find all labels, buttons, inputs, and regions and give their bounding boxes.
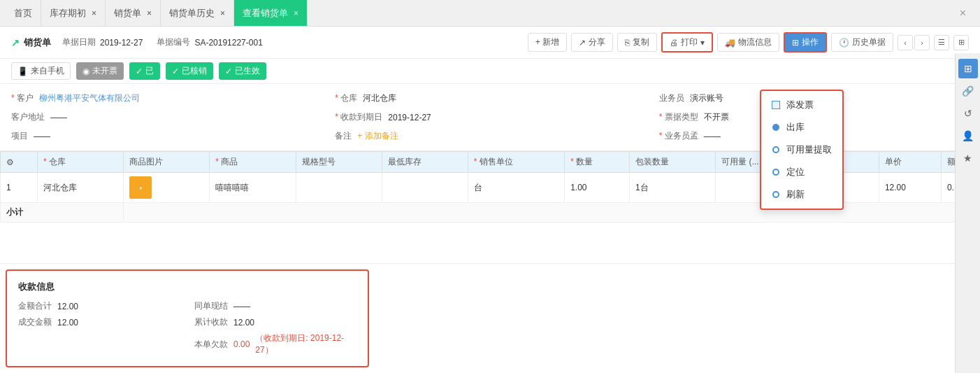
cell-num: 1 bbox=[1, 173, 38, 203]
col-spec: 规格型号 bbox=[296, 152, 382, 173]
tab-history[interactable]: 销货单历史 × bbox=[161, 0, 234, 26]
outbound-icon bbox=[771, 122, 781, 132]
tab-inventory[interactable]: 库存期初 × bbox=[41, 0, 106, 26]
total-value: 12.00 bbox=[57, 302, 78, 311]
balance-value: 0.00 bbox=[233, 339, 250, 349]
note-label: 备注 bbox=[335, 130, 352, 142]
operation-icon: ⊞ bbox=[792, 38, 799, 48]
sidebar-refresh-icon[interactable]: ↺ bbox=[958, 104, 978, 123]
product-image: ▪ bbox=[129, 176, 152, 199]
not-open-button[interactable]: ◉ 未开票 bbox=[76, 62, 124, 80]
balance-row: 本单欠款 0.00 （收款到期日: 2019-12-27） bbox=[194, 332, 356, 356]
tab-home[interactable]: 首页 bbox=[6, 0, 41, 26]
dropdown-outbound[interactable]: 出库 bbox=[761, 116, 842, 139]
customer-label: 客户 bbox=[11, 92, 34, 104]
prev-arrow[interactable]: ‹ bbox=[898, 35, 913, 50]
payment-info: 收款信息 金额合计 12.00 同单现结 —— 成交金额 12.00 累计收款 … bbox=[6, 269, 369, 367]
next-arrow[interactable]: › bbox=[914, 35, 930, 50]
tab-view[interactable]: 查看销货单 × bbox=[234, 0, 308, 26]
available-qty-icon bbox=[771, 145, 781, 155]
doc-number-item: 单据编号 SA-20191227-001 bbox=[157, 36, 262, 48]
warehouse-value: 河北仓库 bbox=[363, 92, 396, 104]
col-warehouse: 仓库 bbox=[38, 152, 124, 173]
address-label: 客户地址 bbox=[11, 111, 45, 123]
doc-date-value: 2019-12-27 bbox=[100, 38, 143, 48]
salesperson-value: —— bbox=[704, 132, 721, 141]
doc-type-label: 销货单 bbox=[24, 36, 51, 49]
cell-warehouse: 河北仓库 bbox=[38, 173, 124, 203]
from-phone-button[interactable]: 📱 来自手机 bbox=[11, 62, 71, 80]
share-button[interactable]: ↗ 分享 bbox=[571, 33, 613, 52]
sidebar-star-icon[interactable]: ★ bbox=[958, 148, 978, 168]
deal-label: 成交金额 bbox=[18, 316, 52, 328]
dropdown-available-qty[interactable]: 可用量提取 bbox=[761, 139, 842, 161]
sidebar-grid-icon[interactable]: ⊞ bbox=[958, 59, 978, 78]
tab-sale-close[interactable]: × bbox=[147, 8, 152, 18]
subtotal-label: 小计 bbox=[1, 203, 124, 223]
staff-value: 演示账号 bbox=[690, 92, 723, 104]
col-settings[interactable]: ⚙ bbox=[1, 152, 38, 173]
verify-button[interactable]: ✓ 已 bbox=[129, 62, 160, 80]
col-product: 商品 bbox=[210, 152, 296, 173]
print-button[interactable]: 🖨 打印 ▾ bbox=[661, 32, 713, 52]
cancel-button[interactable]: ✓ 已核销 bbox=[166, 62, 213, 80]
warehouse-row: 仓库 河北仓库 bbox=[335, 92, 644, 104]
history-button[interactable]: 🕐 历史单据 bbox=[831, 33, 893, 52]
cell-min-stock bbox=[382, 173, 468, 203]
tab-view-close[interactable]: × bbox=[294, 8, 298, 18]
col-unit: 销售单位 bbox=[468, 152, 564, 173]
deal-row: 成交金额 12.00 bbox=[18, 316, 180, 328]
cell-spec bbox=[296, 173, 382, 203]
salesperson-label: 业务员孟 bbox=[659, 130, 698, 142]
customer-row: 客户 柳州粤港平安气体有限公司 bbox=[11, 92, 321, 104]
address-value: —— bbox=[50, 113, 67, 122]
ticket-label: 票据类型 bbox=[659, 111, 698, 123]
dropdown-refresh[interactable]: 刷新 bbox=[761, 183, 842, 206]
same-order-label: 同单现结 bbox=[194, 300, 228, 312]
operation-button[interactable]: ⊞ 操作 bbox=[784, 32, 827, 52]
doc-number-value: SA-20191227-001 bbox=[194, 38, 262, 48]
print-dropdown-icon: ▾ bbox=[700, 38, 705, 48]
same-order-row: 同单现结 —— bbox=[194, 300, 356, 312]
tab-sale[interactable]: 销货单 × bbox=[106, 0, 161, 26]
effect-button[interactable]: ✓ 已生效 bbox=[219, 62, 266, 80]
project-value: —— bbox=[34, 132, 50, 141]
phone-icon: 📱 bbox=[17, 66, 28, 76]
cancel-check-icon: ✓ bbox=[172, 66, 179, 76]
dropdown-locate[interactable]: 定位 bbox=[761, 161, 842, 183]
address-row: 客户地址 —— bbox=[11, 111, 321, 123]
deal-value: 12.00 bbox=[57, 318, 78, 328]
balance-label: 本单欠款 bbox=[194, 339, 228, 351]
share-icon: ↗ bbox=[579, 38, 586, 48]
check-icon: ✓ bbox=[136, 66, 143, 76]
new-button[interactable]: + 新增 bbox=[528, 33, 567, 52]
doc-meta: 单据日期 2019-12-27 单据编号 SA-20191227-001 bbox=[62, 36, 517, 48]
window-close-button[interactable]: × bbox=[951, 7, 974, 20]
history-icon: 🕐 bbox=[839, 38, 849, 48]
toolbar-right: + 新增 ↗ 分享 ⎘ 复制 🖨 打印 ▾ 🚚 物流信息 ⊞ 操作 bbox=[528, 32, 969, 52]
dropdown-add-invoice[interactable]: 添发票 bbox=[761, 94, 842, 116]
add-note-button[interactable]: + 添加备注 bbox=[357, 130, 398, 142]
logistics-button[interactable]: 🚚 物流信息 bbox=[717, 33, 779, 52]
doc-date-item: 单据日期 2019-12-27 bbox=[62, 36, 143, 48]
col-quantity: 数量 bbox=[565, 152, 630, 173]
warehouse-label: 仓库 bbox=[335, 92, 357, 104]
sidebar-link-icon[interactable]: 🔗 bbox=[958, 81, 978, 101]
tab-inventory-close[interactable]: × bbox=[92, 8, 96, 18]
bottom-area: 收款信息 金额合计 12.00 同单现结 —— 成交金额 12.00 累计收款 … bbox=[0, 263, 980, 373]
view-toggle-grid[interactable]: ⊞ bbox=[953, 35, 969, 50]
col-image: 商品图片 bbox=[124, 152, 210, 173]
staff-label: 业务员 bbox=[659, 92, 684, 104]
sidebar-user-icon[interactable]: 👤 bbox=[958, 126, 978, 146]
note-row: 备注 + 添加备注 bbox=[335, 130, 644, 142]
settings-icon: ⚙ bbox=[6, 157, 14, 167]
tab-history-close[interactable]: × bbox=[220, 8, 225, 18]
col-min-stock: 最低库存 bbox=[382, 152, 468, 173]
right-sidebar: ⊞ 🔗 ↺ 👤 ★ ⤢ bbox=[955, 53, 980, 373]
customer-value[interactable]: 柳州粤港平安气体有限公司 bbox=[39, 92, 140, 104]
copy-button[interactable]: ⎘ 复制 bbox=[617, 33, 657, 52]
refresh-icon bbox=[771, 190, 781, 199]
cell-unit: 台 bbox=[468, 173, 564, 203]
doc-type-icon: ↗ bbox=[11, 37, 20, 48]
view-toggle-list[interactable]: ☰ bbox=[934, 35, 949, 50]
